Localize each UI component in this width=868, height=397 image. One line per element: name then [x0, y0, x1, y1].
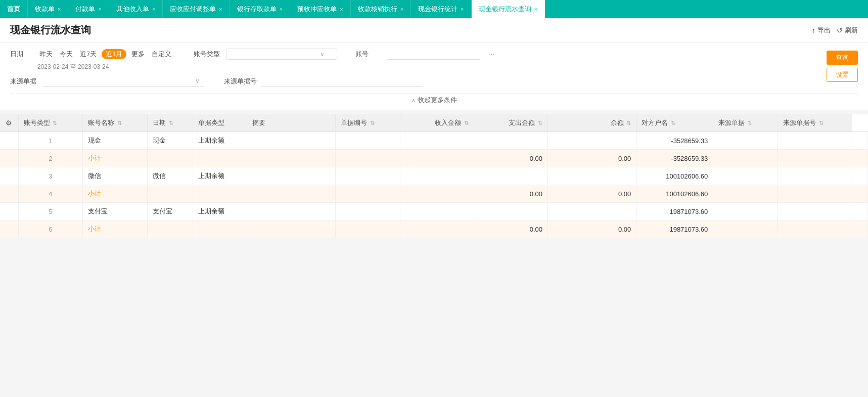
- table-cell: 支付宝: [83, 203, 148, 220]
- table-cell: [247, 185, 335, 203]
- date-opt-yesterday[interactable]: 昨天: [37, 49, 55, 59]
- table-cell: 小计: [83, 185, 148, 203]
- chevron-down-icon: ∨: [320, 51, 325, 58]
- table-cell: 上期余额: [193, 167, 247, 185]
- date-range-display: 2023-02-24 至 2023-03-24: [37, 63, 818, 71]
- source-doc-select[interactable]: ∨: [42, 75, 204, 87]
- col-account-name[interactable]: 账号名称 ⇅: [83, 114, 148, 132]
- query-button[interactable]: 查询: [827, 51, 858, 65]
- page-title: 现金银行流水查询: [10, 23, 91, 37]
- col-account-type[interactable]: 账号类型 ⇅: [18, 114, 83, 132]
- source-doc-num-input[interactable]: [261, 76, 423, 87]
- table-cell: 小计: [83, 150, 148, 167]
- col-counterparty[interactable]: 对方户名 ⇅: [636, 114, 713, 132]
- top-navigation: 首页 收款单 × 付款单 × 其他收入单 × 应收应付调整单 × 银行存取款单 …: [0, 0, 868, 18]
- table-cell: [193, 150, 247, 167]
- table-cell: 5: [18, 203, 83, 220]
- col-doc-no[interactable]: 单据编号 ⇅: [336, 114, 400, 132]
- col-doc-type[interactable]: 单据类型: [193, 114, 247, 132]
- col-summary: 摘要: [247, 114, 335, 132]
- close-icon[interactable]: ×: [461, 6, 464, 12]
- nav-other-income[interactable]: 其他收入单 ×: [109, 0, 163, 18]
- source-doc-num-filter: 来源单据号: [224, 76, 423, 87]
- col-expense[interactable]: 支出金额 ⇅: [474, 114, 548, 132]
- table-row[interactable]: 2小计0.000.00-3528659.33: [0, 150, 868, 167]
- close-icon[interactable]: ×: [58, 6, 61, 12]
- nav-home[interactable]: 首页: [0, 0, 28, 18]
- table-cell: 微信: [148, 167, 193, 185]
- table-cell: 0.00: [474, 150, 548, 167]
- refresh-button[interactable]: ↺ 刷新: [837, 26, 858, 35]
- source-filter-row: 来源单据 ∨ 来源单据号: [10, 75, 818, 87]
- col-balance[interactable]: 余额 ⇅: [548, 114, 636, 132]
- close-icon[interactable]: ×: [400, 6, 403, 12]
- settings-button[interactable]: 设置: [827, 68, 858, 82]
- table-cell: 6: [18, 220, 83, 238]
- collapse-bar[interactable]: ∧ 收起更多条件: [10, 93, 858, 106]
- table-cell: [713, 132, 778, 150]
- table-row[interactable]: 6小计0.000.0019871073.60: [0, 220, 868, 238]
- table-row[interactable]: 3微信微信上期余额100102606.60: [0, 167, 868, 185]
- nav-prepay-label: 预收冲应收单: [297, 5, 337, 14]
- page-header: 现金银行流水查询 ↑ 导出 ↺ 刷新: [0, 18, 868, 42]
- date-opt-custom[interactable]: 自定义: [150, 49, 173, 59]
- table-cell: 现金: [83, 132, 148, 150]
- col-date[interactable]: 日期 ⇅: [148, 114, 193, 132]
- sort-icon: ⇅: [671, 120, 675, 126]
- nav-payment[interactable]: 付款单 ×: [68, 0, 109, 18]
- table-row[interactable]: 4小计0.000.00100102606.60: [0, 185, 868, 203]
- export-button[interactable]: ↑ 导出: [812, 26, 831, 35]
- table-cell: [193, 185, 247, 203]
- sort-icon: ⇅: [117, 120, 122, 126]
- chevron-down-icon2: ∨: [195, 77, 200, 84]
- table-cell: 2: [18, 150, 83, 167]
- date-opt-7days[interactable]: 近7天: [78, 49, 99, 59]
- close-icon[interactable]: ×: [534, 6, 537, 12]
- table-cell: [474, 167, 548, 185]
- table-cell: [247, 220, 335, 238]
- table-cell: [778, 220, 852, 238]
- nav-receipt[interactable]: 收款单 ×: [28, 0, 68, 18]
- refresh-label: 刷新: [845, 26, 858, 35]
- close-icon[interactable]: ×: [219, 6, 222, 12]
- account-type-select[interactable]: ∨: [226, 49, 337, 60]
- table-cell: [336, 132, 400, 150]
- nav-adjustment[interactable]: 应收应付调整单 ×: [163, 0, 230, 18]
- col-income[interactable]: 收入金额 ⇅: [400, 114, 474, 132]
- nav-prepay[interactable]: 预收冲应收单 ×: [290, 0, 350, 18]
- close-icon[interactable]: ×: [340, 6, 343, 12]
- nav-other-income-label: 其他收入单: [116, 5, 149, 14]
- table-cell: -3528659.33: [636, 132, 713, 150]
- table-cell: [713, 150, 778, 167]
- date-opt-1month[interactable]: 近1月: [102, 49, 126, 59]
- close-icon[interactable]: ×: [98, 6, 101, 12]
- table-row[interactable]: 5支付宝支付宝上期余额19871073.60: [0, 203, 868, 220]
- table-cell: [247, 150, 335, 167]
- col-source-doc[interactable]: 来源单据 ⇅: [713, 114, 778, 132]
- col-source-doc-no[interactable]: 来源单据号 ⇅: [778, 114, 852, 132]
- right-action-buttons: 查询 设置: [827, 49, 858, 82]
- nav-bank-deposit[interactable]: 银行存取款单 ×: [230, 0, 290, 18]
- date-opt-more[interactable]: 更多: [129, 49, 147, 59]
- nav-write-off[interactable]: 收款核销执行 ×: [351, 0, 411, 18]
- table-cell: [852, 203, 868, 220]
- table-cell: [247, 167, 335, 185]
- table-cell: [148, 185, 193, 203]
- close-icon[interactable]: ×: [152, 6, 155, 12]
- nav-stats[interactable]: 现金银行统计 ×: [411, 0, 471, 18]
- table-row[interactable]: 1现金现金上期余额-3528659.33: [0, 132, 868, 150]
- nav-cash-flow[interactable]: 现金银行流水查询 ×: [472, 0, 545, 18]
- nav-write-off-label: 收款核销执行: [358, 5, 397, 14]
- table-cell: 19871073.60: [636, 203, 713, 220]
- sort-icon: ⇅: [538, 120, 542, 126]
- table-cell: 0.00: [474, 220, 548, 238]
- close-icon[interactable]: ×: [280, 6, 283, 12]
- dots-button[interactable]: ···: [488, 50, 494, 59]
- table-settings-col[interactable]: ⚙: [0, 114, 18, 132]
- table-cell: [852, 150, 868, 167]
- date-opt-today[interactable]: 今天: [58, 49, 75, 59]
- table-cell: [148, 220, 193, 238]
- table-cell: 100102606.60: [636, 167, 713, 185]
- account-input[interactable]: [387, 49, 480, 60]
- table-cell: [852, 220, 868, 238]
